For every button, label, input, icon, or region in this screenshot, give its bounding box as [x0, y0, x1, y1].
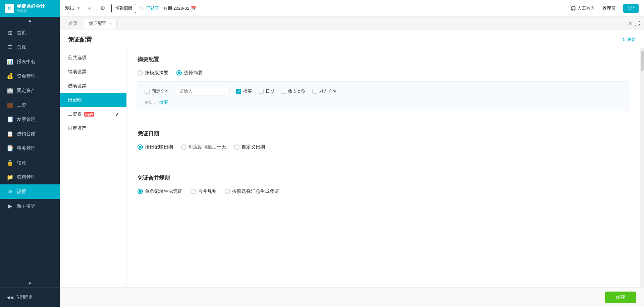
help-button[interactable]: 🎧 人工咨询 — [571, 5, 595, 11]
refresh-label: 刷新 — [627, 37, 636, 43]
config-nav-sales-invoice[interactable]: 销项发票 — [60, 65, 126, 79]
custom-date-circle — [234, 144, 239, 150]
sidebar-item-home[interactable]: ⊞ 首页 — [0, 26, 60, 40]
sidebar-scroll-down-arrow[interactable]: ▼ — [28, 281, 32, 286]
sidebar-item-asset[interactable]: 🏢 固定资产 — [0, 83, 60, 98]
abstract-checkbox — [236, 89, 241, 94]
journal-date-circle — [138, 144, 143, 150]
checkbox-fixed-text[interactable]: 固定文本 — [145, 88, 169, 94]
sidebar-item-payroll[interactable]: 💼 工资 — [0, 98, 60, 112]
save-button[interactable]: 保存 — [605, 292, 636, 303]
merge-section: 凭证合并规则 单条记录生成凭证 合并规则 — [138, 175, 629, 209]
radio-select-abstract[interactable]: 选择摘要 — [176, 70, 203, 76]
tab-fullscreen-icon[interactable]: ⛶ — [635, 20, 640, 27]
sidebar-item-archive-label: 归档管理 — [17, 174, 36, 180]
radio-select-label: 选择摘要 — [184, 70, 203, 76]
single-record-circle — [138, 189, 143, 194]
tab-bar: 首页 凭证配置 × × ⛶ — [60, 17, 644, 30]
sidebar-item-payroll-label: 工资 — [17, 102, 26, 108]
single-record-label: 单条记录生成凭证 — [145, 188, 182, 194]
tab-bar-right: × ⛶ — [629, 20, 640, 27]
config-nav-sales-invoice-label: 销项发票 — [68, 69, 87, 74]
config-nav-purchase-invoice[interactable]: 进项发票 — [60, 79, 126, 93]
date-checkbox-label: 日期 — [266, 88, 274, 94]
radio-template-abstract[interactable]: 按模版摘要 — [138, 70, 168, 76]
sidebar-item-sales-label: 进销台账 — [17, 131, 36, 137]
sidebar-item-tax[interactable]: 📑 税务管理 — [0, 141, 60, 156]
tab-voucher-config[interactable]: 凭证配置 × — [84, 18, 117, 29]
sidebar-item-ledger[interactable]: ☰ 总账 — [0, 40, 60, 54]
sidebar-item-settings[interactable]: ⚙ 设置 — [0, 184, 60, 199]
sidebar-item-settings-label: 设置 — [17, 189, 26, 195]
sidebar-collapse-button[interactable]: ◀◀ 取消固定 — [0, 291, 60, 304]
fixed-text-input[interactable] — [176, 87, 229, 95]
counterparty-checkbox — [312, 89, 317, 94]
config-nav-public-label: 公共选项 — [68, 55, 87, 60]
merge-rule-label: 合并规则 — [198, 188, 217, 194]
tab-home[interactable]: 首页 — [64, 18, 83, 29]
sidebar-item-closing[interactable]: 🔒 结账 — [0, 156, 60, 170]
date-section-title: 凭证日期 — [138, 130, 629, 137]
radio-custom-date[interactable]: 自定义日期 — [234, 144, 265, 150]
report-icon: 📊 — [7, 58, 13, 65]
checkbox-date[interactable]: 日期 — [259, 88, 274, 94]
checkbox-counterparty[interactable]: 对方户名 — [312, 88, 337, 94]
radio-period-last[interactable]: 对应期间最后一天 — [181, 144, 226, 150]
sidebar-scroll-up-arrow[interactable]: ▲ — [28, 18, 32, 23]
income-type-label: 收支类型 — [288, 88, 306, 94]
app-logo-icon: 好 — [5, 4, 14, 13]
main-container: 测试 ▼ + ⚙ 切到旧版 🛡 已认证 账期 2023-02 📅 🎧 人工咨询 … — [60, 0, 644, 307]
guide-icon: ▶ — [7, 203, 13, 209]
checkbox-abstract[interactable]: 摘要 — [236, 88, 252, 94]
config-content: 摘要配置 按模版摘要 选择摘要 — [127, 48, 640, 287]
radio-merge-rule[interactable]: 合并规则 — [191, 188, 217, 194]
role-button[interactable]: 会计 — [623, 4, 639, 13]
tab-close-icon[interactable]: × — [110, 21, 112, 26]
page-title: 凭证配置 — [68, 36, 92, 44]
date-checkbox — [259, 89, 264, 94]
sidebar-item-guide-label: 新手引导 — [17, 203, 36, 209]
radio-journal-date[interactable]: 按日记账日期 — [138, 144, 173, 150]
refresh-icon: ↻ — [622, 37, 626, 42]
add-button[interactable]: + — [85, 4, 94, 13]
config-nav-payroll-table[interactable]: 工资表 NEW ∨ — [60, 107, 126, 121]
checkbox-income-type[interactable]: 收支类型 — [281, 88, 306, 94]
sidebar-item-invoice-label: 发票管理 — [17, 117, 36, 123]
page-header: 凭证配置 ↻ 刷新 — [60, 30, 644, 48]
radio-template-label: 按模版摘要 — [145, 70, 168, 76]
settings-gear-button[interactable]: ⚙ — [98, 4, 107, 13]
sidebar-item-invoice[interactable]: 🧾 发票管理 — [0, 112, 60, 127]
config-nav: 公共选项 销项发票 进项发票 日记账 工资表 NEW ∨ — [60, 48, 127, 287]
config-nav-journal[interactable]: 日记账 — [60, 93, 126, 107]
switch-version-button[interactable]: 切到旧版 — [111, 4, 136, 13]
sidebar-nav: ⊞ 首页 ☰ 总账 📊 报表中心 💰 资金管理 🏢 固定资产 💼 工资 🧾 发票… — [0, 24, 60, 280]
radio-single-record[interactable]: 单条记录生成凭证 — [138, 188, 182, 194]
abstract-section-title: 摘要配置 — [138, 56, 629, 63]
abstract-preview: 例如： 摘要 — [145, 99, 622, 105]
abstract-config-row: 固定文本 摘要 日期 — [145, 87, 622, 95]
user-button[interactable]: 管理员 — [599, 4, 619, 13]
scrollbar-thumb — [641, 51, 644, 71]
refresh-button[interactable]: ↻ 刷新 — [622, 37, 636, 43]
app-title: 畅捷通好会计 — [17, 3, 45, 9]
sidebar-item-report[interactable]: 📊 报表中心 — [0, 54, 60, 69]
tab-close-button[interactable]: × — [629, 20, 632, 27]
sidebar-item-sales-ledger[interactable]: 📋 进销台账 — [0, 127, 60, 141]
closing-icon: 🔒 — [7, 160, 13, 166]
config-nav-public[interactable]: 公共选项 — [60, 51, 126, 65]
headset-icon: 🎧 — [571, 6, 576, 11]
fixed-text-checkbox — [145, 89, 150, 94]
config-nav-fixed-assets[interactable]: 固定资产 — [60, 121, 126, 135]
content-scrollbar[interactable] — [640, 48, 644, 287]
period-label: 账期 — [163, 5, 172, 11]
sidebar-item-archive[interactable]: 📁 归档管理 — [0, 170, 60, 184]
sidebar-item-fund[interactable]: 💰 资金管理 — [0, 69, 60, 83]
expand-chevron-icon: ∨ — [115, 112, 118, 117]
sidebar-item-guide[interactable]: ▶ 新手引导 — [0, 199, 60, 213]
certification-status: 🛡 已认证 — [140, 5, 159, 11]
merge-rule-circle — [191, 189, 196, 194]
settings-icon: ⚙ — [7, 188, 13, 195]
radio-by-selection[interactable]: 按照选择汇总生成凭证 — [225, 188, 279, 194]
company-selector[interactable]: 测试 ▼ — [65, 5, 80, 11]
config-nav-purchase-invoice-label: 进项发票 — [68, 83, 87, 88]
